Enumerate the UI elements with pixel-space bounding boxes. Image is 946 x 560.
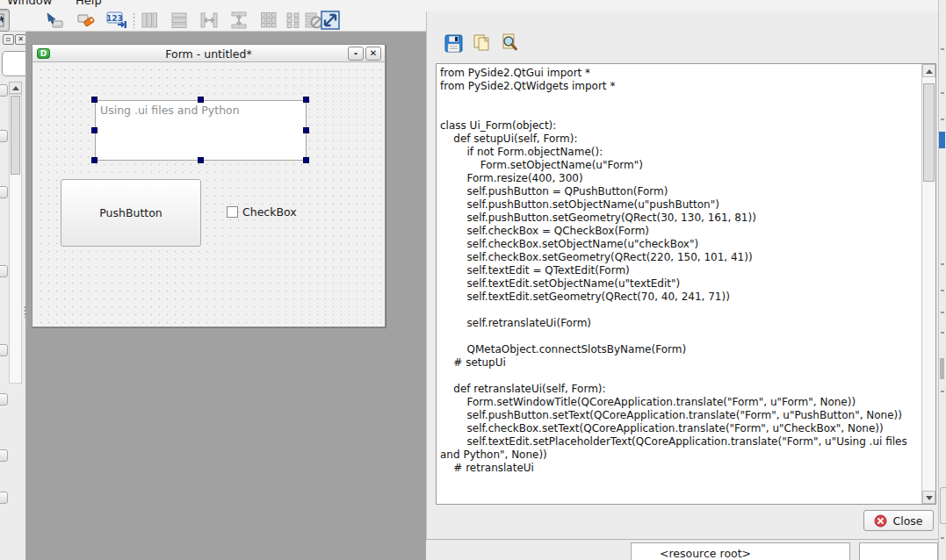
panel-mark — [941, 312, 944, 313]
minimize-button[interactable]: - — [348, 47, 364, 61]
code-scrollbar[interactable] — [921, 64, 935, 504]
mdi-area: D Form - untitled* - ✕ Using .ui files a… — [26, 32, 426, 560]
checkbox-label: CheckBox — [242, 205, 297, 219]
property-editor-sliver — [938, 0, 946, 560]
find-icon — [500, 33, 519, 53]
edit-widgets-button[interactable] — [0, 9, 10, 32]
panel-box-edge — [940, 487, 946, 524]
close-dialog-button[interactable]: Close — [863, 510, 934, 531]
panel-mark — [941, 391, 944, 392]
selection-handle-sw[interactable] — [91, 157, 97, 163]
widget-category-bar[interactable] — [0, 130, 8, 142]
widget-category-bar[interactable] — [0, 344, 8, 356]
selection-handle-n[interactable] — [198, 97, 204, 103]
lay-out-grid-icon — [259, 11, 278, 30]
pushbutton-widget[interactable]: PushButton — [61, 179, 201, 247]
panel-mark — [941, 537, 944, 539]
float-panel-button[interactable]: ▫ — [3, 34, 14, 45]
selection-handle-nw[interactable] — [91, 97, 97, 103]
scrollbar-thumb[interactable] — [940, 358, 944, 379]
panel-mark — [941, 118, 944, 120]
panel-mark — [941, 332, 944, 334]
edit-signals-slots-button[interactable] — [42, 9, 67, 32]
selected-row-mark — [939, 132, 945, 148]
close-window-button[interactable]: ✕ — [365, 47, 381, 61]
edit-buddies-button[interactable] — [74, 9, 98, 32]
lay-out-form-icon — [285, 11, 301, 29]
save-icon — [444, 34, 463, 53]
lay-out-horizontal-splitter-icon — [199, 11, 219, 30]
selection-handle-s[interactable] — [198, 157, 204, 163]
copy-icon — [472, 33, 491, 53]
lay-out-vertically-button[interactable] — [167, 9, 191, 32]
form-window-title: Form - untitled* — [32, 47, 385, 61]
panel-mark — [941, 92, 944, 94]
selection-handle-ne[interactable] — [303, 97, 309, 103]
edit-buddies-icon — [76, 11, 96, 30]
textedit-widget[interactable]: Using .ui files and Python — [95, 100, 307, 161]
close-panel-button[interactable]: ✕ — [15, 34, 26, 45]
widget-category-bar[interactable] — [0, 449, 8, 462]
close-icon — [874, 514, 887, 528]
view-code-dialog: from PySide2.QtGui import * from PySide2… — [426, 11, 938, 540]
menu-window[interactable]: Window — [7, 0, 52, 7]
scrollbar-thumb[interactable] — [923, 83, 935, 182]
save-code-button[interactable] — [443, 32, 464, 54]
panel-mark — [941, 290, 944, 291]
lay-out-form-button[interactable] — [283, 9, 304, 32]
widget-category-bar[interactable] — [0, 265, 8, 277]
selection-handle-se[interactable] — [303, 157, 309, 163]
panel-mark — [941, 263, 944, 265]
panel-mark — [941, 48, 944, 50]
menubar: Window Help — [0, 0, 426, 7]
widget-category-bar[interactable] — [0, 186, 8, 198]
edit-signals-slots-icon — [45, 11, 64, 30]
lay-out-vertically-icon — [170, 11, 189, 30]
svg-text:123: 123 — [106, 14, 123, 23]
resource-root-item[interactable]: <resource root> — [660, 547, 751, 560]
close-button-label: Close — [892, 514, 922, 528]
lay-out-horizontally-icon — [140, 11, 159, 30]
lay-out-grid-button[interactable] — [256, 9, 281, 32]
scroll-up-arrow[interactable] — [9, 82, 22, 94]
resource-tree-panel[interactable]: <resource root> — [631, 542, 850, 560]
copy-code-button[interactable] — [471, 32, 492, 54]
widget-category-bar[interactable] — [0, 393, 8, 406]
form-window-titlebar[interactable]: D Form - untitled* - ✕ — [32, 45, 385, 62]
widget-category-bar[interactable] — [0, 84, 8, 97]
resource-list-panel[interactable] — [859, 542, 938, 560]
lay-out-vertical-splitter-button[interactable] — [227, 9, 251, 32]
form-canvas[interactable]: Using .ui files and Python PushButton Ch… — [33, 62, 384, 327]
code-view[interactable]: from PySide2.QtGui import * from PySide2… — [436, 63, 936, 505]
selection-handle-e[interactable] — [303, 127, 309, 133]
checkbox-box[interactable] — [227, 206, 238, 218]
widget-category-bar[interactable] — [0, 492, 8, 504]
adjust-size-button[interactable] — [318, 9, 343, 32]
scrollbar-thumb[interactable] — [11, 96, 20, 175]
widget-filter-input[interactable] — [2, 51, 26, 76]
form-editor-window[interactable]: D Form - untitled* - ✕ Using .ui files a… — [32, 44, 386, 327]
scroll-down-arrow[interactable] — [922, 491, 935, 504]
lay-out-horizontally-button[interactable] — [137, 9, 162, 32]
edit-tab-order-button[interactable]: 123 — [105, 9, 129, 32]
toolbar-separator — [133, 12, 135, 28]
scroll-up-arrow[interactable] — [922, 64, 935, 77]
selection-handle-w[interactable] — [91, 127, 97, 133]
menu-help[interactable]: Help — [76, 0, 102, 7]
widget-box-scrollbar[interactable] — [9, 94, 22, 384]
edit-tab-order-icon: 123 — [106, 11, 127, 30]
lay-out-horizontal-splitter-button[interactable] — [197, 9, 221, 32]
code-text[interactable]: from PySide2.QtGui import * from PySide2… — [440, 67, 919, 475]
resource-browser-dock: <resource root> — [626, 540, 946, 560]
adjust-size-icon — [320, 10, 341, 31]
lay-out-vertical-splitter-icon — [229, 11, 249, 30]
checkbox-widget[interactable]: CheckBox — [227, 205, 297, 219]
edit-widgets-icon — [0, 11, 6, 29]
widget-box-dock: ▫ ✕ — [0, 32, 26, 560]
textedit-placeholder: Using .ui files and Python — [100, 104, 240, 117]
find-in-code-button[interactable] — [499, 32, 520, 54]
